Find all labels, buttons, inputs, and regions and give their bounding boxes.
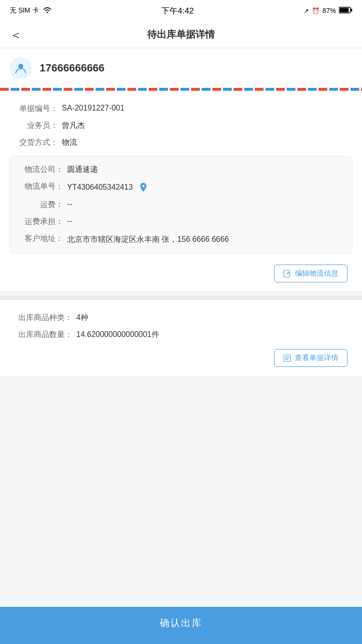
wifi-icon	[43, 7, 52, 15]
svg-rect-1	[350, 9, 352, 12]
logistics-tracking-value: YT4306405342413	[67, 182, 342, 193]
logistics-card: 物流公司： 圆通速递 物流单号： YT4306405342413 运费： -- …	[10, 156, 352, 254]
logistics-company-value: 圆通速递	[67, 165, 342, 175]
order-no-row: 单据编号： SA-20191227-001	[0, 100, 362, 117]
logistics-company-label: 物流公司：	[20, 165, 63, 175]
salesman-row: 业务员： 曾凡杰	[0, 117, 362, 134]
svg-point-3	[18, 64, 23, 69]
goods-types-row: 出库商品种类： 4种	[0, 309, 362, 326]
bottom-spacer	[0, 380, 362, 458]
status-bar: 无 SIM 卡 下午4:42 ↗ ⏰ 87%	[0, 0, 362, 21]
goods-quantity-row: 出库商品数量： 14.620000000000001件	[0, 326, 362, 343]
svg-rect-4	[284, 270, 290, 277]
customer-header: 17666666666	[0, 48, 362, 88]
order-no-value: SA-20191227-001	[62, 104, 348, 112]
goods-types-label: 出库商品种类：	[14, 313, 72, 323]
edit-logistics-btn-wrap: 编辑物流信息	[0, 259, 362, 286]
freight-bearer-label: 运费承担：	[20, 217, 63, 227]
confirm-button-wrap: 确认出库	[0, 607, 362, 644]
location-pin-icon[interactable]	[138, 182, 149, 193]
logistics-tracking-row: 物流单号： YT4306405342413	[10, 178, 352, 196]
back-button[interactable]: ＜	[10, 28, 27, 41]
freight-bearer-value: --	[67, 217, 342, 225]
delivery-value: 物流	[62, 138, 348, 148]
freight-value: --	[67, 200, 342, 209]
page-title: 待出库单据详情	[147, 28, 215, 41]
order-no-label: 单据编号：	[14, 104, 58, 114]
address-label: 客户地址：	[20, 234, 63, 244]
battery-icon	[339, 7, 352, 15]
status-right: ↗ ⏰ 87%	[304, 7, 352, 15]
salesman-value: 曾凡杰	[62, 121, 348, 131]
freight-row: 运费： --	[10, 196, 352, 213]
edit-logistics-button[interactable]: 编辑物流信息	[274, 265, 348, 282]
logistics-tracking-label: 物流单号：	[20, 182, 63, 192]
gps-icon: ↗	[304, 7, 309, 14]
freight-label: 运费：	[20, 200, 63, 210]
status-left: 无 SIM 卡	[10, 6, 52, 15]
nav-bar: ＜ 待出库单据详情	[0, 21, 362, 48]
delivery-label: 交货方式：	[14, 138, 58, 148]
goods-quantity-label: 出库商品数量：	[14, 330, 72, 340]
section-separator-1	[0, 296, 362, 300]
avatar	[10, 57, 32, 79]
goods-types-value: 4种	[76, 313, 348, 323]
alarm-icon: ⏰	[312, 7, 320, 14]
list-icon	[283, 354, 291, 362]
confirm-outbound-button[interactable]: 确认出库	[14, 616, 348, 630]
delivery-row: 交货方式： 物流	[0, 134, 362, 151]
goods-quantity-value: 14.620000000000001件	[76, 330, 348, 340]
status-time: 下午4:42	[161, 5, 194, 16]
edit-icon	[283, 270, 291, 278]
freight-bearer-row: 运费承担： --	[10, 213, 352, 230]
address-value: 北京市市辖区海淀区永丰南 张，156 6666 6666	[67, 234, 342, 245]
salesman-label: 业务员：	[14, 121, 58, 131]
address-row: 客户地址： 北京市市辖区海淀区永丰南 张，156 6666 6666	[10, 230, 352, 249]
view-detail-button[interactable]: 查看单据详情	[274, 349, 348, 367]
customer-phone: 17666666666	[40, 62, 105, 74]
logistics-company-row: 物流公司： 圆通速递	[10, 161, 352, 178]
order-info-section: 单据编号： SA-20191227-001 业务员： 曾凡杰 交货方式： 物流 …	[0, 91, 362, 291]
goods-section: 出库商品种类： 4种 出库商品数量： 14.620000000000001件 查…	[0, 300, 362, 376]
view-detail-btn-wrap: 查看单据详情	[0, 343, 362, 371]
carrier-label: 无 SIM 卡	[10, 6, 39, 15]
svg-rect-2	[339, 8, 348, 12]
battery-label: 87%	[322, 7, 336, 14]
